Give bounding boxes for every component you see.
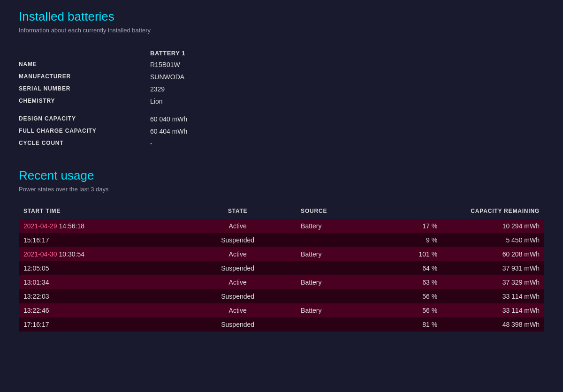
usage-table-row: 2021-04-30 10:30:54ActiveBattery101 %60 …	[19, 247, 544, 261]
usage-percent: 64 %	[384, 261, 442, 275]
col-header-capacity: CAPACITY REMAINING	[442, 204, 544, 219]
usage-source: Battery	[296, 219, 384, 233]
usage-table-header-row: START TIME STATE SOURCE CAPACITY REMAINI…	[19, 204, 544, 219]
usage-source	[296, 261, 384, 275]
usage-percent: 81 %	[384, 317, 442, 332]
installed-batteries-subtitle: Information about each currently install…	[19, 27, 544, 34]
usage-date-label: 2021-04-30	[23, 250, 59, 258]
usage-table-row: 12:05:05Suspended64 %37 931 mWh	[19, 261, 544, 275]
usage-percent: 17 %	[384, 219, 442, 233]
battery-1-header: BATTERY 1	[150, 48, 544, 59]
usage-time-label: 15:16:17	[23, 236, 49, 244]
battery-field-label: MANUFACTURER	[19, 71, 150, 83]
installed-batteries-title: Installed batteries	[19, 9, 544, 24]
battery-field-row: NAMER15B01W	[19, 59, 544, 71]
usage-time-label: 14:56:18	[59, 222, 85, 230]
usage-state: Active	[179, 219, 296, 233]
usage-time-label: 17:16:17	[23, 321, 49, 328]
usage-state: Suspended	[179, 233, 296, 247]
battery-field-label: DESIGN CAPACITY	[19, 113, 150, 125]
usage-source	[296, 317, 384, 332]
usage-state: Suspended	[179, 289, 296, 303]
recent-usage-title: Recent usage	[19, 168, 544, 183]
usage-state: Active	[179, 247, 296, 261]
usage-table-row: 15:16:17Suspended9 %5 450 mWh	[19, 233, 544, 247]
usage-table-row: 2021-04-29 14:56:18ActiveBattery17 %10 2…	[19, 219, 544, 233]
usage-start-time: 2021-04-30 10:30:54	[19, 247, 179, 261]
usage-mwh: 37 931 mWh	[442, 261, 544, 275]
battery-field-value: R15B01W	[150, 59, 544, 71]
col-header-pct	[384, 204, 442, 219]
battery-field-label: NAME	[19, 59, 150, 71]
usage-start-time: 2021-04-29 14:56:18	[19, 219, 179, 233]
installed-batteries-section: Installed batteries Information about ea…	[19, 9, 544, 150]
battery-field-row: MANUFACTURERSUNWODA	[19, 71, 544, 83]
battery-field-label: CHEMISTRY	[19, 95, 150, 107]
usage-start-time: 15:16:17	[19, 233, 179, 247]
usage-source: Battery	[296, 275, 384, 289]
usage-table-row: 13:01:34ActiveBattery63 %37 329 mWh	[19, 275, 544, 289]
usage-table-row: 13:22:03Suspended56 %33 114 mWh	[19, 289, 544, 303]
usage-mwh: 10 294 mWh	[442, 219, 544, 233]
battery-field-row: SERIAL NUMBER2329	[19, 83, 544, 95]
usage-date-label: 2021-04-29	[23, 222, 59, 230]
col-header-start-time: START TIME	[19, 204, 179, 219]
usage-state: Suspended	[179, 261, 296, 275]
usage-percent: 56 %	[384, 303, 442, 317]
battery-field-row: CYCLE COUNT-	[19, 137, 544, 150]
usage-start-time: 12:05:05	[19, 261, 179, 275]
col-header-source: SOURCE	[296, 204, 384, 219]
battery-field-value: SUNWODA	[150, 71, 544, 83]
usage-table-row: 13:22:46ActiveBattery56 %33 114 mWh	[19, 303, 544, 317]
usage-table-row: 17:16:17Suspended81 %48 398 mWh	[19, 317, 544, 332]
usage-mwh: 60 208 mWh	[442, 247, 544, 261]
page-container: Installed batteries Information about ea…	[0, 0, 563, 350]
battery-field-label: FULL CHARGE CAPACITY	[19, 125, 150, 137]
usage-time-label: 13:22:46	[23, 307, 49, 314]
usage-start-time: 13:22:03	[19, 289, 179, 303]
usage-source	[296, 289, 384, 303]
battery-field-row: CHEMISTRYLion	[19, 95, 544, 107]
battery-info-table: BATTERY 1 NAMER15B01WMANUFACTURERSUNWODA…	[19, 48, 544, 150]
usage-table: START TIME STATE SOURCE CAPACITY REMAINI…	[19, 204, 544, 332]
battery-field-row: DESIGN CAPACITY60 040 mWh	[19, 113, 544, 125]
recent-usage-subtitle: Power states over the last 3 days	[19, 186, 544, 193]
usage-mwh: 5 450 mWh	[442, 233, 544, 247]
usage-mwh: 33 114 mWh	[442, 303, 544, 317]
battery-label-col-header	[19, 48, 150, 59]
usage-source: Battery	[296, 303, 384, 317]
battery-field-label: CYCLE COUNT	[19, 137, 150, 150]
usage-time-label: 13:22:03	[23, 293, 49, 300]
battery-field-value: Lion	[150, 95, 544, 107]
battery-field-label: SERIAL NUMBER	[19, 83, 150, 95]
usage-time-label: 13:01:34	[23, 279, 49, 286]
usage-state: Active	[179, 275, 296, 289]
usage-source	[296, 233, 384, 247]
usage-start-time: 13:01:34	[19, 275, 179, 289]
usage-percent: 63 %	[384, 275, 442, 289]
usage-percent: 9 %	[384, 233, 442, 247]
recent-usage-section: Recent usage Power states over the last …	[19, 168, 544, 332]
usage-start-time: 17:16:17	[19, 317, 179, 332]
usage-start-time: 13:22:46	[19, 303, 179, 317]
usage-mwh: 37 329 mWh	[442, 275, 544, 289]
usage-mwh: 48 398 mWh	[442, 317, 544, 332]
battery-field-row: FULL CHARGE CAPACITY60 404 mWh	[19, 125, 544, 137]
battery-field-value: 2329	[150, 83, 544, 95]
usage-source: Battery	[296, 247, 384, 261]
usage-percent: 56 %	[384, 289, 442, 303]
col-header-state: STATE	[179, 204, 296, 219]
usage-percent: 101 %	[384, 247, 442, 261]
usage-time-label: 12:05:05	[23, 264, 49, 272]
usage-mwh: 33 114 mWh	[442, 289, 544, 303]
battery-field-value: 60 404 mWh	[150, 125, 544, 137]
battery-field-value: 60 040 mWh	[150, 113, 544, 125]
usage-state: Suspended	[179, 317, 296, 332]
usage-time-label: 10:30:54	[59, 250, 85, 258]
usage-state: Active	[179, 303, 296, 317]
battery-field-value: -	[150, 137, 544, 150]
